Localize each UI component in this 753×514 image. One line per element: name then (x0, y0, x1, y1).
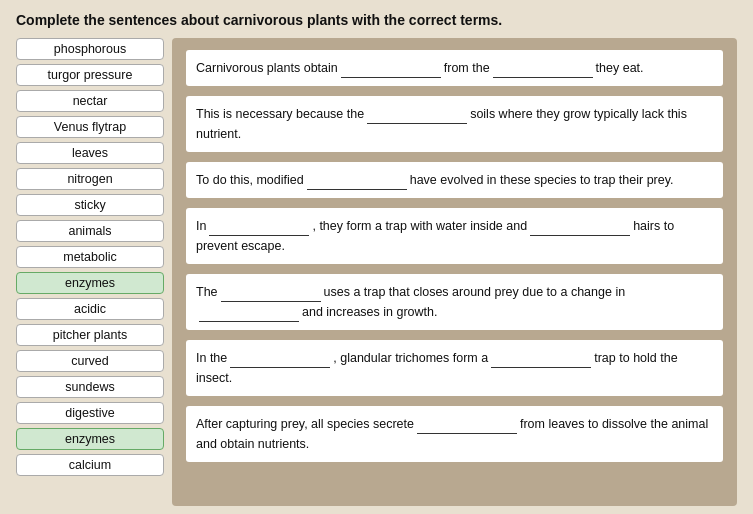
blank[interactable] (491, 352, 591, 368)
sentence-block-s2: This is necessary because thesoils where… (186, 96, 723, 152)
word-chip-acidic[interactable]: acidic (16, 298, 164, 320)
sentence-text: After capturing prey, all species secret… (196, 417, 414, 431)
sentences-area: Carnivorous plants obtainfrom thethey ea… (172, 38, 737, 506)
word-chip-curved[interactable]: curved (16, 350, 164, 372)
blank[interactable] (493, 62, 593, 78)
sentence-text: The (196, 285, 218, 299)
blank[interactable] (230, 352, 330, 368)
sentence-block-s4: In, they form a trap with water inside a… (186, 208, 723, 264)
word-chip-sticky[interactable]: sticky (16, 194, 164, 216)
sentence-text: To do this, modified (196, 173, 304, 187)
sentence-block-s1: Carnivorous plants obtainfrom thethey ea… (186, 50, 723, 86)
blank[interactable] (341, 62, 441, 78)
word-chip-pitcher-plants[interactable]: pitcher plants (16, 324, 164, 346)
sentence-text: uses a trap that closes around prey due … (324, 285, 626, 299)
word-chip-metabolic[interactable]: metabolic (16, 246, 164, 268)
word-chip-calcium[interactable]: calcium (16, 454, 164, 476)
sentence-text: In (196, 219, 206, 233)
sentence-block-s6: In the, glandular trichomes form atrap t… (186, 340, 723, 396)
word-chip-leaves[interactable]: leaves (16, 142, 164, 164)
blank[interactable] (530, 220, 630, 236)
main-area: phosphorousturgor pressurenectarVenus fl… (16, 38, 737, 506)
sentence-text: , glandular trichomes form a (333, 351, 488, 365)
instruction-text: Complete the sentences about carnivorous… (16, 12, 737, 28)
sentence-text: In the (196, 351, 227, 365)
page: Complete the sentences about carnivorous… (0, 0, 753, 514)
word-bank: phosphorousturgor pressurenectarVenus fl… (16, 38, 164, 506)
blank[interactable] (199, 306, 299, 322)
word-chip-nectar[interactable]: nectar (16, 90, 164, 112)
blank[interactable] (209, 220, 309, 236)
word-chip-turgor-pressure[interactable]: turgor pressure (16, 64, 164, 86)
word-chip-venus-flytrap[interactable]: Venus flytrap (16, 116, 164, 138)
word-chip-phosphorous[interactable]: phosphorous (16, 38, 164, 60)
word-chip-nitrogen[interactable]: nitrogen (16, 168, 164, 190)
word-chip-digestive[interactable]: digestive (16, 402, 164, 424)
sentence-text: from the (444, 61, 490, 75)
word-chip-animals[interactable]: animals (16, 220, 164, 242)
sentence-block-s5: Theuses a trap that closes around prey d… (186, 274, 723, 330)
word-chip-enzymes2[interactable]: enzymes (16, 428, 164, 450)
sentence-block-s7: After capturing prey, all species secret… (186, 406, 723, 462)
sentence-block-s3: To do this, modifiedhave evolved in thes… (186, 162, 723, 198)
sentence-text: Carnivorous plants obtain (196, 61, 338, 75)
word-chip-sundews[interactable]: sundews (16, 376, 164, 398)
blank[interactable] (417, 418, 517, 434)
sentence-text: , they form a trap with water inside and (312, 219, 527, 233)
blank[interactable] (307, 174, 407, 190)
sentence-text: This is necessary because the (196, 107, 364, 121)
blank[interactable] (367, 108, 467, 124)
sentence-text: they eat. (596, 61, 644, 75)
sentence-text: and increases in growth. (302, 305, 438, 319)
sentence-text: have evolved in these species to trap th… (410, 173, 674, 187)
word-chip-enzymes1[interactable]: enzymes (16, 272, 164, 294)
blank[interactable] (221, 286, 321, 302)
